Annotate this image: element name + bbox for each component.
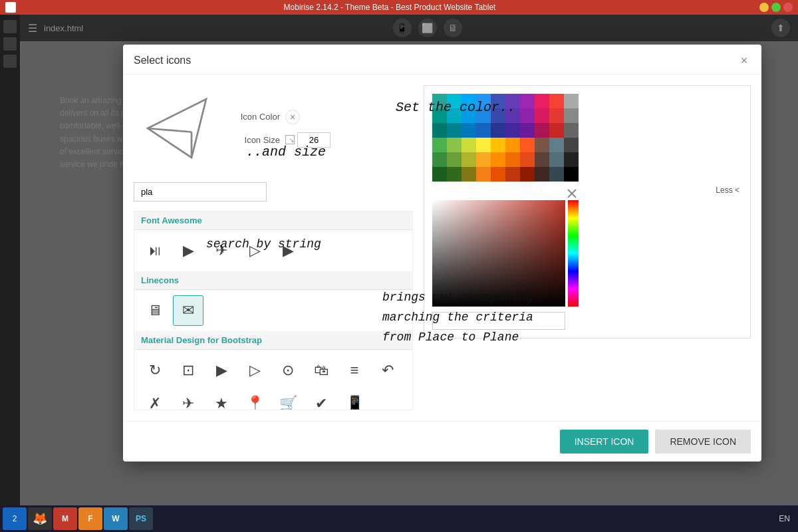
gradient-canvas[interactable]: [432, 200, 565, 307]
swatch[interactable]: [447, 167, 462, 182]
swatch[interactable]: [447, 94, 462, 108]
swatch[interactable]: [520, 108, 535, 123]
swatch[interactable]: [491, 152, 505, 167]
icon-item[interactable]: ▷: [239, 355, 270, 386]
icon-item[interactable]: ↶: [372, 355, 403, 386]
minimize-btn[interactable]: [759, 3, 769, 12]
swatch[interactable]: [491, 94, 505, 108]
swatch[interactable]: [476, 94, 491, 108]
swatch[interactable]: [476, 108, 491, 123]
swatch[interactable]: [432, 167, 447, 182]
close-color-picker-btn[interactable]: ×: [285, 110, 300, 124]
taskbar-word[interactable]: W: [104, 507, 128, 530]
swatch[interactable]: [535, 152, 549, 167]
swatch[interactable]: [462, 94, 476, 108]
swatch[interactable]: [432, 152, 447, 167]
icon-item[interactable]: 🛍: [306, 355, 336, 386]
swatch[interactable]: [564, 123, 579, 138]
icon-item[interactable]: ▶: [173, 235, 203, 266]
swatch[interactable]: [520, 152, 535, 167]
swatch[interactable]: [549, 108, 564, 123]
swatch[interactable]: [535, 138, 549, 152]
swatch[interactable]: [462, 123, 476, 138]
swatch[interactable]: [505, 152, 520, 167]
swatch[interactable]: [549, 123, 564, 138]
icon-item[interactable]: 📱: [339, 388, 370, 410]
size-input[interactable]: [297, 132, 331, 148]
swatch[interactable]: [476, 167, 491, 182]
swatch[interactable]: [491, 167, 505, 182]
icon-item[interactable]: ✈: [173, 388, 203, 410]
resize-handle-icon[interactable]: ↘: [285, 135, 295, 144]
insert-icon-button[interactable]: INSERT ICON: [560, 430, 649, 454]
hue-slider[interactable]: [568, 200, 579, 307]
icon-item-selected[interactable]: ✉: [173, 295, 203, 326]
swatch[interactable]: [505, 108, 520, 123]
icon-item[interactable]: ▶: [273, 235, 303, 266]
close-btn[interactable]: [783, 3, 793, 12]
swatch[interactable]: [520, 167, 535, 182]
swatch[interactable]: [535, 167, 549, 182]
swatch[interactable]: [432, 108, 447, 123]
swatch[interactable]: [476, 138, 491, 152]
search-input[interactable]: [134, 182, 267, 201]
swatch[interactable]: [476, 152, 491, 167]
swatch[interactable]: [520, 138, 535, 152]
swatch[interactable]: [564, 138, 579, 152]
icon-item[interactable]: ≡: [339, 355, 370, 386]
swatch[interactable]: [462, 108, 476, 123]
swatch[interactable]: [549, 152, 564, 167]
swatch[interactable]: [505, 123, 520, 138]
swatch[interactable]: [432, 138, 447, 152]
swatch[interactable]: [447, 138, 462, 152]
maximize-btn[interactable]: [771, 3, 781, 12]
swatch[interactable]: [447, 123, 462, 138]
swatch[interactable]: [564, 152, 579, 167]
icon-item[interactable]: ✈: [206, 235, 237, 266]
swatch[interactable]: [520, 123, 535, 138]
icon-item[interactable]: 🛒: [273, 388, 303, 410]
swatch[interactable]: [549, 138, 564, 152]
swatch[interactable]: [564, 94, 579, 108]
less-button[interactable]: Less <: [432, 186, 742, 195]
icon-item[interactable]: ⏯: [140, 235, 170, 266]
swatch[interactable]: [564, 108, 579, 123]
swatch[interactable]: [462, 138, 476, 152]
swatch[interactable]: [549, 167, 564, 182]
icon-item[interactable]: ↻: [140, 355, 170, 386]
swatch[interactable]: [432, 94, 447, 108]
icon-item[interactable]: ✔: [306, 388, 336, 410]
swatch[interactable]: [462, 152, 476, 167]
swatch[interactable]: [549, 94, 564, 108]
taskbar-ps[interactable]: PS: [129, 507, 153, 530]
gradient-close-button[interactable]: [565, 187, 579, 203]
swatch[interactable]: [520, 94, 535, 108]
swatch[interactable]: [505, 138, 520, 152]
taskbar-filezilla[interactable]: F: [78, 507, 102, 530]
swatch[interactable]: [535, 108, 549, 123]
swatch[interactable]: [447, 152, 462, 167]
swatch[interactable]: [476, 123, 491, 138]
dialog-close-button[interactable]: ×: [737, 54, 751, 67]
swatch[interactable]: [535, 94, 549, 108]
icon-item[interactable]: ▷: [239, 235, 270, 266]
swatch[interactable]: [491, 108, 505, 123]
icon-item[interactable]: ▶: [206, 355, 237, 386]
icon-item[interactable]: 📍: [239, 388, 270, 410]
icon-item[interactable]: ⊡: [173, 355, 203, 386]
swatch[interactable]: [462, 167, 476, 182]
swatch[interactable]: [505, 167, 520, 182]
taskbar-app1[interactable]: M: [53, 507, 77, 530]
swatch[interactable]: [491, 123, 505, 138]
swatch[interactable]: [505, 94, 520, 108]
taskbar-firefox[interactable]: 🦊: [28, 507, 52, 530]
swatch[interactable]: [432, 123, 447, 138]
hex-input[interactable]: [432, 312, 565, 330]
icon-item[interactable]: ✗: [140, 388, 170, 410]
icon-item[interactable]: ★: [206, 388, 237, 410]
remove-icon-button[interactable]: REMOVE ICON: [655, 430, 751, 454]
swatch[interactable]: [447, 108, 462, 123]
icon-item[interactable]: 🖥: [140, 295, 170, 326]
taskbar-start[interactable]: 2: [3, 507, 27, 530]
swatch[interactable]: [564, 167, 579, 182]
